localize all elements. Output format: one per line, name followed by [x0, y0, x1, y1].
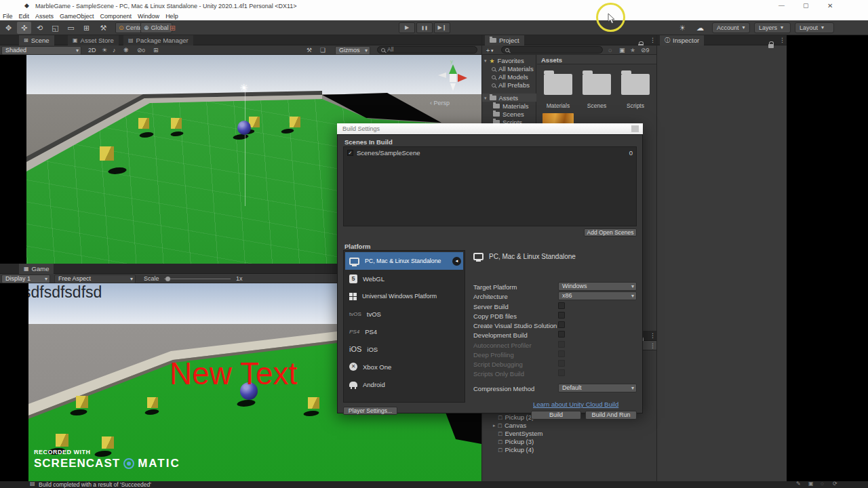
platform-row-tvos[interactable]: tvOS tvOS [345, 305, 463, 323]
platform-row-standalone[interactable]: PC, Mac & Linux Standalone ◄ [345, 252, 463, 270]
dialog-titlebar[interactable]: Build Settings [337, 123, 643, 134]
menu-assets[interactable]: Assets [35, 13, 54, 20]
status-message[interactable]: Build completed with a result of 'Succee… [39, 481, 151, 488]
kebab-menu-icon[interactable]: ⋮ [650, 332, 656, 339]
copy-pdb-checkbox[interactable] [558, 312, 565, 319]
scale-slider-knob[interactable] [165, 277, 170, 281]
hidden-count-badge[interactable]: ⊘9 [641, 47, 650, 54]
project-search-input[interactable] [501, 46, 603, 54]
server-build-checkbox[interactable] [558, 302, 565, 309]
expander-icon[interactable]: ▾ [484, 58, 487, 64]
platform-row-android[interactable]: Android [345, 375, 463, 393]
tree-all-materials[interactable]: All Materials [492, 65, 534, 73]
development-build-checkbox[interactable] [558, 331, 565, 338]
grid-snap-icon[interactable]: ⊞ [165, 22, 180, 34]
scale-tool-icon[interactable]: ◱ [48, 22, 62, 34]
aspect-dropdown[interactable]: Free Aspect [54, 274, 136, 283]
scene-camera-icon[interactable]: ❏ [320, 47, 326, 54]
gizmo-y-cone[interactable] [449, 64, 457, 74]
persp-label[interactable]: ‹ Persp [430, 100, 450, 106]
asset-thumbnail[interactable] [542, 113, 574, 124]
tree-assets-root[interactable]: ▾ Assets [484, 94, 518, 102]
create-asset-button[interactable]: ＋▾ [485, 46, 494, 55]
toggle-2d[interactable]: 2D [88, 47, 96, 54]
player-settings-button[interactable]: Player Settings... [343, 407, 397, 415]
platform-row-uwp[interactable]: Universal Windows Platform [345, 287, 463, 305]
layout-dropdown[interactable]: Layout ▾ [795, 22, 834, 33]
tray-icon[interactable]: ⟳ [833, 481, 837, 487]
scene-orientation-gizmo[interactable]: y [435, 60, 471, 96]
platform-row-ps4[interactable]: PS4 PS4 [345, 323, 463, 340]
tab-inspector[interactable]: ⓘ Inspector [660, 35, 704, 45]
gizmo-center-box[interactable] [450, 74, 456, 82]
tray-icon[interactable]: ✎ [796, 481, 801, 487]
platform-row-webgl[interactable]: 5 WebGL [345, 270, 463, 287]
scale-slider[interactable] [164, 279, 231, 279]
target-platform-dropdown[interactable]: Windows [558, 282, 637, 291]
architecture-dropdown[interactable]: x86 [558, 291, 637, 300]
rect-tool-icon[interactable]: ▭ [64, 22, 78, 34]
compression-method-dropdown[interactable]: Default [558, 384, 637, 392]
tree-folder-materials[interactable]: Materials [493, 102, 529, 110]
tray-icon[interactable]: ◌ [821, 481, 824, 487]
lock-icon[interactable] [768, 39, 774, 51]
scene-audio-icon[interactable]: ♪ [113, 47, 116, 54]
expander-icon[interactable]: ▾ [484, 96, 487, 101]
platform-row-xbox[interactable]: ✕ Xbox One [345, 358, 463, 375]
favorites-star-icon[interactable]: ★ [630, 47, 635, 54]
menu-component[interactable]: Component [100, 13, 132, 20]
transform-tool-icon[interactable]: ⊞ [79, 22, 94, 34]
tree-all-prefabs[interactable]: All Prefabs [492, 81, 530, 89]
scene-tools-icon[interactable]: ⚒ [307, 47, 312, 54]
hierarchy-item[interactable]: ▸ □ Canvas [482, 422, 657, 429]
gizmo-down-cone[interactable] [450, 83, 456, 91]
scene-light-icon[interactable]: ☀ [102, 47, 107, 54]
play-button[interactable]: ▶ [399, 22, 415, 33]
tree-all-models[interactable]: All Models [492, 73, 528, 81]
tab-package-manager[interactable]: ▤ Package Manager [123, 35, 193, 45]
layers-dropdown[interactable]: Layers ▾ [754, 22, 791, 33]
menu-window[interactable]: Window [138, 13, 159, 20]
tab-asset-store[interactable]: ▣ Asset Store [68, 35, 119, 45]
scene-list-row[interactable]: ✓ Scenes/SampleScene 0 [344, 148, 636, 157]
gizmo-z-cone[interactable] [438, 73, 446, 78]
account-dropdown[interactable]: Account ▾ [712, 22, 750, 33]
scene-visibility-icon[interactable]: ⊘0 [137, 47, 145, 54]
pause-button[interactable]: ❚❚ [416, 22, 433, 33]
tree-folder-scenes[interactable]: Scenes [493, 110, 524, 118]
close-button[interactable]: ✕ [827, 2, 833, 9]
expander-icon[interactable]: ▸ [493, 423, 496, 428]
dialog-close-button[interactable] [631, 125, 639, 132]
create-vs-solution-checkbox[interactable] [558, 321, 565, 328]
kebab-menu-icon[interactable]: ⋮ [650, 37, 656, 43]
scene-grid-icon[interactable]: ⊞ [153, 47, 159, 54]
brightness-icon[interactable]: ☀ [675, 22, 690, 34]
menu-help[interactable]: Help [165, 13, 178, 20]
cloud-icon[interactable]: ☁ [693, 22, 707, 34]
cloud-build-link[interactable]: Learn about Unity Cloud Build [533, 401, 618, 408]
folder-icon-scenes[interactable] [583, 74, 611, 95]
maximize-button[interactable]: ▢ [803, 2, 809, 9]
kebab-menu-icon[interactable]: ⋮ [650, 342, 656, 349]
tray-icon[interactable]: ▣ [808, 481, 814, 487]
directional-light-gizmo-icon[interactable]: ☀ [239, 82, 248, 94]
scenes-list[interactable]: ✓ Scenes/SampleScene 0 [343, 146, 637, 226]
add-open-scenes-button[interactable]: Add Open Scenes [584, 228, 637, 237]
gizmos-dropdown[interactable]: Gizmos [335, 46, 370, 55]
scene-checkbox[interactable]: ✓ [347, 150, 353, 156]
custom-tool-icon[interactable]: ⚒ [96, 22, 111, 34]
menu-edit[interactable]: Edit [19, 13, 30, 20]
gizmo-x-cone[interactable] [458, 74, 467, 82]
hierarchy-item[interactable]: □ EventSystem [482, 430, 657, 437]
display-dropdown[interactable]: Display 1 [1, 274, 50, 283]
hand-tool-icon[interactable]: ✥ [1, 22, 16, 34]
rotate-tool-icon[interactable]: ⟲ [33, 22, 47, 34]
platform-row-ios[interactable]: iOS iOS [345, 340, 463, 358]
draw-mode-dropdown[interactable]: Shaded [1, 46, 81, 55]
build-and-run-button[interactable]: Build And Run [585, 411, 637, 420]
hierarchy-item[interactable]: □ Pickup (3) [482, 438, 657, 445]
menu-gameobject[interactable]: GameObject [60, 13, 94, 20]
asset-preview-icon[interactable]: ◌ [608, 47, 612, 54]
scene-search-input[interactable]: All [377, 46, 477, 54]
menu-file[interactable]: File [3, 13, 13, 20]
